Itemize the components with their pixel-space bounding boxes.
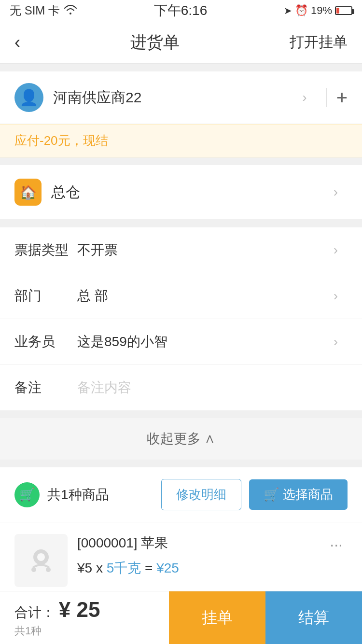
- products-header: 🛒 共1种商品 修改明细 🛒 选择商品: [0, 467, 362, 522]
- carrier-label: 无 SIM 卡: [10, 3, 60, 18]
- edit-detail-button[interactable]: 修改明细: [161, 479, 241, 510]
- checkout-button[interactable]: 结算: [265, 591, 362, 644]
- supplier-section: 👤 河南供应商22 › + 应付-20元，现结: [0, 71, 362, 157]
- sales-value: 这是859的小智: [72, 333, 334, 351]
- warning-banner: 应付-20元，现结: [0, 124, 362, 157]
- chevron-right-icon: ›: [334, 242, 338, 258]
- total-amount: ¥ 25: [59, 598, 100, 621]
- total-label: 合计：: [14, 605, 55, 620]
- status-right: ➤ ⏰ 19%: [284, 4, 352, 17]
- invoice-type-label: 票据类型: [14, 241, 72, 259]
- status-left: 无 SIM 卡: [10, 3, 77, 18]
- sales-label: 业务员: [14, 333, 72, 351]
- remark-row[interactable]: 备注 备注内容: [0, 364, 362, 410]
- dept-label: 部门: [14, 287, 72, 305]
- equals-sign: =: [145, 560, 156, 575]
- dept-value: 总 部: [72, 287, 334, 305]
- products-count: 共1种商品: [47, 486, 161, 504]
- form-section: 票据类型 不开票 › 部门 总 部 › 业务员 这是859的小智 › 备注 备注…: [0, 227, 362, 410]
- shopping-icon: 🛒: [19, 487, 35, 502]
- product-name: [0000001] 苹果: [77, 534, 325, 552]
- open-pending-button[interactable]: 打开挂单: [290, 32, 348, 52]
- chevron-right-icon: ›: [334, 288, 338, 304]
- svg-point-2: [31, 567, 36, 572]
- product-thumbnail: [14, 534, 68, 587]
- product-price-row: ¥5 x 5千克 = ¥25: [77, 559, 325, 577]
- page-title: 进货单: [130, 31, 180, 54]
- chevron-right-icon: ›: [334, 184, 338, 200]
- svg-point-3: [46, 567, 51, 572]
- select-product-label: 选择商品: [283, 486, 333, 503]
- wifi-icon: [64, 4, 77, 17]
- bottom-bar: 合计： ¥ 25 共1种 挂单 结算: [0, 591, 362, 644]
- svg-point-1: [37, 553, 45, 561]
- product-total: ¥25: [156, 560, 179, 575]
- warehouse-section: 🏠 总仓 ›: [0, 165, 362, 219]
- back-button[interactable]: ‹: [14, 32, 20, 53]
- product-info: [0000001] 苹果 ¥5 x 5千克 = ¥25: [77, 534, 325, 577]
- chevron-right-icon: ›: [302, 90, 306, 105]
- product-qty: 5千克: [107, 560, 141, 575]
- alarm-icon: ⏰: [295, 4, 308, 17]
- add-button[interactable]: +: [336, 87, 348, 109]
- battery-icon: [335, 6, 352, 15]
- hang-order-button[interactable]: 挂单: [169, 591, 265, 644]
- multiply-sign: x: [96, 560, 107, 575]
- collapse-button[interactable]: 收起更多 ∧: [0, 418, 362, 460]
- remark-input[interactable]: 备注内容: [72, 378, 348, 397]
- supplier-name: 河南供应商22: [53, 88, 302, 108]
- product-price: ¥5: [77, 560, 92, 575]
- products-icon: 🛒: [14, 482, 40, 507]
- sales-row[interactable]: 业务员 这是859的小智 ›: [0, 319, 362, 364]
- warehouse-row[interactable]: 🏠 总仓 ›: [0, 165, 362, 219]
- status-time: 下午6:16: [154, 1, 208, 20]
- total-area: 合计： ¥ 25 共1种: [0, 598, 169, 638]
- cart-icon: 🛒: [264, 487, 279, 502]
- select-product-button[interactable]: 🛒 选择商品: [249, 479, 348, 510]
- supplier-avatar: 👤: [14, 83, 43, 112]
- remark-label: 备注: [14, 378, 72, 397]
- warning-text: 应付-20元，现结: [14, 133, 108, 148]
- nav-bar: ‹ 进货单 打开挂单: [0, 21, 362, 64]
- user-icon: 👤: [19, 88, 39, 107]
- invoice-type-value: 不开票: [72, 241, 334, 259]
- more-options-button[interactable]: ···: [325, 534, 348, 556]
- warehouse-icon: 🏠: [14, 179, 42, 206]
- warehouse-name: 总仓: [51, 182, 334, 202]
- chevron-right-icon: ›: [334, 334, 338, 350]
- supplier-row[interactable]: 👤 河南供应商22 › +: [0, 71, 362, 124]
- total-sub: 共1种: [14, 624, 154, 638]
- status-bar: 无 SIM 卡 下午6:16 ➤ ⏰ 19%: [0, 0, 362, 21]
- product-thumb-icon: [24, 544, 58, 577]
- battery-percent: 19%: [311, 4, 332, 17]
- product-item: [0000001] 苹果 ¥5 x 5千克 = ¥25 ···: [0, 522, 362, 599]
- invoice-type-row[interactable]: 票据类型 不开票 ›: [0, 227, 362, 273]
- divider: [326, 88, 327, 107]
- dept-row[interactable]: 部门 总 部 ›: [0, 273, 362, 319]
- location-icon: ➤: [284, 5, 292, 16]
